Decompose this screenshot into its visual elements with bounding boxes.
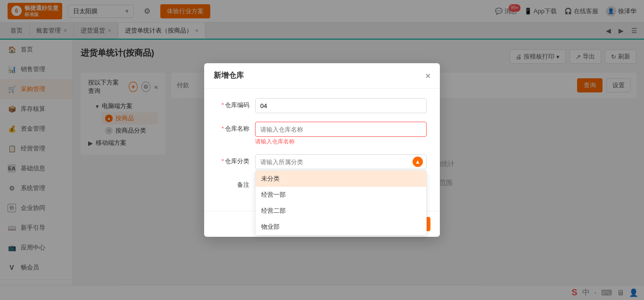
dropdown-item-property[interactable]: 物业部 [256, 219, 426, 235]
dropdown-item-unclassified[interactable]: 未分类 [256, 171, 426, 187]
name-label: *仓库名称 [217, 122, 255, 133]
dropdown-item-dept2[interactable]: 经营二部 [256, 203, 426, 219]
category-row: *仓库分类 ▲ 未分类 经营一部 经营二部 物业部 [217, 154, 427, 169]
modal-overlay: 新增仓库 × *仓库编码 *仓库名称 请输入仓库名称 [0, 0, 644, 300]
code-label: *仓库编码 [217, 98, 255, 109]
modal-body: *仓库编码 *仓库名称 请输入仓库名称 *仓库分类 [204, 89, 440, 211]
category-label: *仓库分类 [217, 154, 255, 166]
dropdown-item-dept1[interactable]: 经营一部 [256, 187, 426, 203]
category-dropdown: 未分类 经营一部 经营二部 物业部 [255, 170, 427, 235]
category-input[interactable] [255, 154, 427, 169]
category-arrow-button[interactable]: ▲ [413, 157, 423, 167]
name-input[interactable] [255, 122, 427, 137]
modal-title: 新增仓库 [214, 71, 244, 81]
code-field [255, 98, 427, 113]
code-input[interactable] [255, 98, 427, 113]
new-warehouse-modal: 新增仓库 × *仓库编码 *仓库名称 请输入仓库名称 [204, 63, 440, 237]
code-row: *仓库编码 [217, 98, 427, 113]
modal-header: 新增仓库 × [204, 63, 440, 89]
name-row: *仓库名称 请输入仓库名称 [217, 122, 427, 146]
modal-close-button[interactable]: × [425, 72, 430, 80]
category-field: ▲ 未分类 经营一部 经营二部 物业部 [255, 154, 427, 169]
notes-label: 备注 [217, 178, 255, 189]
name-field: 请输入仓库名称 [255, 122, 427, 146]
name-error-msg: 请输入仓库名称 [255, 138, 427, 146]
